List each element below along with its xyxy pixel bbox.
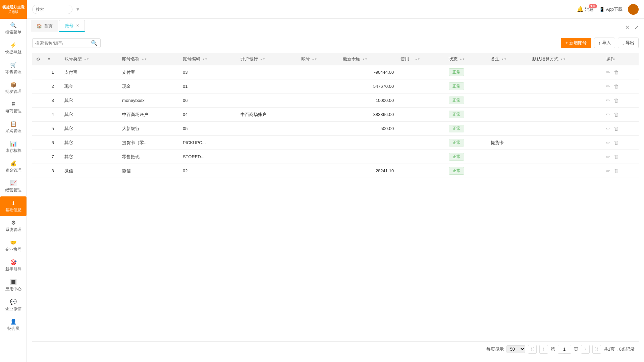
user-avatar[interactable] bbox=[628, 4, 639, 15]
td-status: 正常 bbox=[445, 65, 487, 79]
sidebar-item-system[interactable]: ⚙ 系统管理 bbox=[0, 216, 26, 236]
td-name: 现金 bbox=[119, 79, 179, 94]
sidebar-item-label: 企业微信 bbox=[5, 306, 21, 312]
app-name: 畅捷通好生意 乐惠版 bbox=[2, 5, 24, 14]
search-icon[interactable]: 🔍 bbox=[91, 40, 98, 46]
delete-icon[interactable]: 🗑 bbox=[614, 69, 619, 75]
th-remark[interactable]: 备注 ▲▼ bbox=[487, 53, 529, 65]
th-default-payment[interactable]: 默认结算方式 ▲▼ bbox=[529, 53, 603, 65]
delete-icon[interactable]: 🗑 bbox=[614, 154, 619, 160]
sidebar-item-search[interactable]: 🔍 搜索菜单 bbox=[0, 19, 26, 39]
edit-icon[interactable]: ✏ bbox=[606, 168, 610, 174]
sidebar-item-guide[interactable]: 🎯 新手引导 bbox=[0, 256, 26, 276]
td-bank bbox=[237, 79, 298, 94]
sidebar-item-wholesale[interactable]: 📦 批发管理 bbox=[0, 78, 26, 98]
per-page-select[interactable]: 50 10 20 100 bbox=[506, 345, 525, 353]
delete-icon[interactable]: 🗑 bbox=[614, 168, 619, 174]
sidebar-item-member[interactable]: 👤 畅会员 bbox=[0, 315, 26, 335]
th-code[interactable]: 账号编码 ▲▼ bbox=[179, 53, 237, 65]
td-account-no bbox=[298, 108, 339, 122]
td-action: ✏ 🗑 bbox=[603, 136, 639, 150]
tab-home-label: 首页 bbox=[44, 23, 53, 29]
edit-icon[interactable]: ✏ bbox=[606, 112, 610, 118]
edit-icon[interactable]: ✏ bbox=[606, 98, 610, 104]
topbar-dropdown-icon[interactable]: ▾ bbox=[76, 6, 79, 12]
td-usage bbox=[397, 122, 445, 136]
td-remark bbox=[487, 150, 529, 164]
th-name[interactable]: 账号名称 ▲▼ bbox=[119, 53, 179, 65]
tab-minimize-button[interactable]: ✕ bbox=[624, 23, 631, 32]
th-balance[interactable]: 最新余额 ▲▼ bbox=[339, 53, 397, 65]
delete-icon[interactable]: 🗑 bbox=[614, 83, 619, 89]
topbar-search-input[interactable] bbox=[32, 5, 72, 14]
td-name: 大新银行 bbox=[119, 122, 179, 136]
page-first-button[interactable]: ⟨⟨ bbox=[528, 345, 537, 354]
tab-account[interactable]: 账号 ✕ bbox=[59, 20, 85, 32]
td-bank: 中百商场账户 bbox=[237, 108, 298, 122]
sidebar-item-label: 批发管理 bbox=[5, 89, 21, 95]
th-setting[interactable]: ⚙ bbox=[32, 53, 44, 65]
add-account-button[interactable]: + 新增账号 bbox=[561, 38, 591, 48]
basic-icon: ℹ bbox=[12, 200, 14, 206]
message-button[interactable]: 🔔 消息 99+ bbox=[577, 6, 594, 12]
export-button[interactable]: ↓ 导出 bbox=[618, 38, 639, 48]
tab-expand-button[interactable]: ⤢ bbox=[633, 23, 640, 32]
edit-icon[interactable]: ✏ bbox=[606, 69, 610, 75]
th-type[interactable]: 账号类型 ▲▼ bbox=[61, 53, 119, 65]
td-code: 06 bbox=[179, 94, 237, 108]
tab-close-button[interactable]: ✕ bbox=[76, 23, 79, 28]
td-setting bbox=[32, 108, 44, 122]
td-type: 其它 bbox=[61, 136, 119, 150]
sidebar-item-agreement[interactable]: 🤝 企业协同 bbox=[0, 236, 26, 256]
account-search-input[interactable] bbox=[35, 41, 89, 46]
sidebar-item-retail[interactable]: 🛒 零售管理 bbox=[0, 58, 26, 78]
td-account-no bbox=[298, 164, 339, 178]
delete-icon[interactable]: 🗑 bbox=[614, 112, 619, 117]
import-label: 导入 bbox=[602, 40, 611, 46]
th-bank[interactable]: 开户银行 ▲▼ bbox=[237, 53, 298, 65]
td-type: 支付宝 bbox=[61, 65, 119, 79]
td-type: 其它 bbox=[61, 94, 119, 108]
edit-icon[interactable]: ✏ bbox=[606, 126, 610, 132]
page-prev-button[interactable]: ⟨ bbox=[539, 345, 548, 354]
td-status: 正常 bbox=[445, 94, 487, 108]
td-action: ✏ 🗑 bbox=[603, 65, 639, 79]
import-button[interactable]: ↑ 导入 bbox=[594, 38, 615, 48]
edit-icon[interactable]: ✏ bbox=[606, 140, 610, 146]
sidebar-item-label: 采购管理 bbox=[5, 128, 21, 134]
agreement-icon: 🤝 bbox=[10, 239, 17, 246]
sidebar-item-operations[interactable]: 📈 经营管理 bbox=[0, 177, 26, 196]
delete-icon[interactable]: 🗑 bbox=[614, 140, 619, 145]
td-type: 微信 bbox=[61, 164, 119, 178]
sidebar-item-finance[interactable]: 💰 资金管理 bbox=[0, 157, 26, 177]
main-area: ▾ 🔔 消息 99+ 📱 App下载 🏠 首页 账号 ✕ ✕ ⤢ bbox=[27, 0, 644, 362]
td-remark bbox=[487, 108, 529, 122]
tab-home[interactable]: 🏠 首页 bbox=[31, 20, 58, 32]
sidebar-item-wechat[interactable]: 💬 企业微信 bbox=[0, 295, 26, 315]
td-bank bbox=[237, 136, 298, 150]
sidebar-item-label: 快捷导航 bbox=[5, 49, 21, 55]
td-index: 7 bbox=[44, 150, 61, 164]
sidebar-item-shortcut[interactable]: ⚡ 快捷导航 bbox=[0, 39, 26, 58]
guide-icon: 🎯 bbox=[10, 259, 17, 265]
sidebar-item-purchase[interactable]: 📋 采购管理 bbox=[0, 117, 26, 137]
sidebar-item-apps[interactable]: 🔳 应用中心 bbox=[0, 276, 26, 295]
sidebar-item-inventory[interactable]: 📊 库存核算 bbox=[0, 137, 26, 157]
td-index: 3 bbox=[44, 94, 61, 108]
th-usage[interactable]: 使用... ▲▼ bbox=[397, 53, 445, 65]
page-last-button[interactable]: ⟩⟩ bbox=[592, 345, 601, 354]
sidebar-item-basic[interactable]: ℹ 基础信息 bbox=[0, 196, 26, 216]
page-number-input[interactable] bbox=[558, 345, 571, 354]
sidebar-item-label: 企业协同 bbox=[5, 247, 21, 252]
th-status[interactable]: 状态 ▲▼ bbox=[445, 53, 487, 65]
edit-icon[interactable]: ✏ bbox=[606, 83, 610, 89]
topbar: ▾ 🔔 消息 99+ 📱 App下载 bbox=[27, 0, 644, 19]
edit-icon[interactable]: ✏ bbox=[606, 154, 610, 160]
app-download-button[interactable]: 📱 App下载 bbox=[599, 6, 623, 12]
sidebar: 畅捷通好生意 乐惠版 🔍 搜索菜单 ⚡ 快捷导航 🛒 零售管理 📦 批发管理 🖥… bbox=[0, 0, 27, 362]
delete-icon[interactable]: 🗑 bbox=[614, 126, 619, 131]
th-account-no[interactable]: 账号 ▲▼ bbox=[298, 53, 339, 65]
page-next-button[interactable]: ⟩ bbox=[581, 345, 590, 354]
delete-icon[interactable]: 🗑 bbox=[614, 98, 619, 103]
sidebar-item-ecommerce[interactable]: 🖥 电商管理 bbox=[0, 98, 26, 117]
